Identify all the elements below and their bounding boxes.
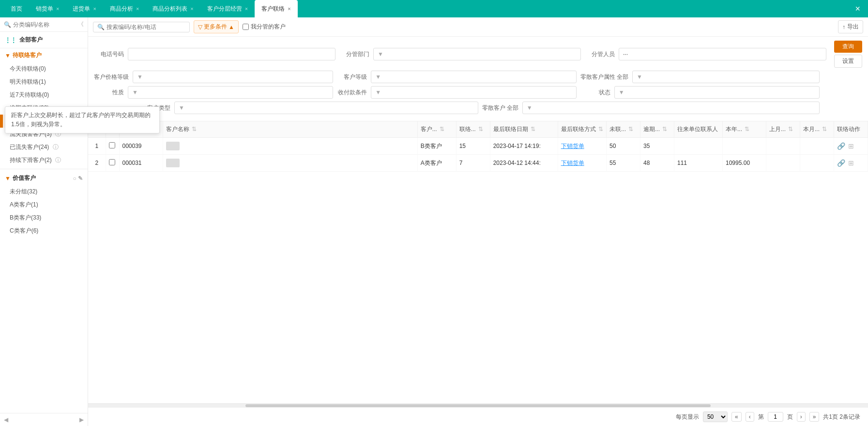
- td-check-2[interactable]: [106, 155, 119, 172]
- nav-tab-analysis-list[interactable]: 商品分析列表 ×: [146, 0, 200, 17]
- avatar-2: [166, 159, 180, 167]
- td-check-1[interactable]: [106, 138, 119, 155]
- retail-select[interactable]: ▼: [522, 102, 820, 114]
- price-level-arrow: ▼: [137, 73, 143, 80]
- th-uncontacted[interactable]: 未联... ⇅: [607, 121, 640, 138]
- payment-select[interactable]: ▼: [371, 86, 576, 99]
- gender-select[interactable]: ▼: [128, 86, 333, 99]
- sidebar-collapse-button[interactable]: 《: [78, 20, 84, 29]
- value-group-arrow: ▼: [5, 175, 11, 182]
- close-icon-purchase[interactable]: ×: [93, 6, 96, 12]
- th-last-contact-method[interactable]: 最后联络方式 ⇅: [558, 121, 606, 138]
- close-icon-sales[interactable]: ×: [56, 6, 59, 12]
- method-link-2[interactable]: 下销货单: [561, 160, 584, 166]
- action-grid-icon-2[interactable]: ⊞: [848, 159, 854, 167]
- sidebar-search-input[interactable]: [13, 21, 78, 28]
- export-icon: ↑: [842, 24, 845, 30]
- all-customers-label: 全部客户: [19, 36, 43, 44]
- sidebar-item-churned[interactable]: 已流失客户(24) ⓘ: [0, 141, 88, 154]
- sidebar-item-tomorrow[interactable]: 明天待联络(1): [0, 75, 88, 88]
- horizontal-scrollbar[interactable]: [88, 403, 868, 407]
- edit-icons[interactable]: ○ ✎: [73, 175, 83, 182]
- phone-input[interactable]: [128, 48, 335, 60]
- th-action: 联络动作: [834, 121, 868, 138]
- method-link-1[interactable]: 下销货单: [561, 143, 584, 149]
- sort-icon-year: ⇅: [745, 126, 749, 132]
- row-checkbox-1[interactable]: [109, 142, 115, 148]
- nav-tab-sales[interactable]: 销货单 ×: [29, 0, 66, 17]
- info-icon-4: ⓘ: [55, 157, 61, 163]
- sidebar-item-ungrouped[interactable]: 未分组(32): [0, 185, 88, 198]
- sidebar-search-area: 🔍 《: [0, 17, 88, 32]
- prev-page-button[interactable]: ‹: [746, 412, 754, 422]
- th-last-month[interactable]: 上月... ⇅: [766, 121, 800, 138]
- next-page-button[interactable]: ›: [797, 412, 806, 422]
- search-icon: 🔍: [4, 21, 11, 28]
- retail-attr-select[interactable]: ▼: [632, 71, 820, 83]
- close-icon-analysis[interactable]: ×: [136, 6, 139, 12]
- manager-input[interactable]: ···: [619, 48, 826, 60]
- nav-tab-customer-tier[interactable]: 客户分层经营 ×: [200, 0, 255, 17]
- action-link-icon-2[interactable]: 🔗: [837, 159, 845, 167]
- th-this-month[interactable]: 本月... ⇅: [800, 121, 834, 138]
- th-contact-person[interactable]: 往来单位联系人: [674, 121, 723, 138]
- td-action-1: 🔗 ⊞: [834, 138, 868, 155]
- scroll-thumb[interactable]: [245, 404, 711, 407]
- status-select[interactable]: ▼: [614, 86, 820, 99]
- close-icon-customer-tier[interactable]: ×: [245, 6, 248, 12]
- page-number-input[interactable]: [768, 412, 783, 422]
- main-layout: 🔍 《 ⋮⋮ 全部客户 ▼ 待联络客户 今天待联络(0) 明天待联络(1) 近7…: [0, 17, 868, 426]
- first-page-button[interactable]: «: [731, 412, 742, 422]
- sidebar-item-b-class[interactable]: B类客户(33): [0, 211, 88, 224]
- th-last-contact-date[interactable]: 最后联络日期 ⇅: [490, 121, 558, 138]
- group-pending-label: 待联络客户: [13, 51, 42, 59]
- settings-button[interactable]: 设置: [834, 55, 862, 68]
- sidebar-bottom: ◀ ▶: [0, 413, 88, 426]
- search-box: 🔍: [93, 22, 190, 32]
- td-name-2: [163, 155, 417, 172]
- sidebar-item-today[interactable]: 今天待联络(0): [0, 62, 88, 75]
- sidebar-group-pending[interactable]: ▼ 待联络客户: [0, 48, 88, 62]
- nav-tab-customer-contact-label: 客户联络: [261, 5, 285, 13]
- price-level-select[interactable]: ▼: [133, 71, 333, 83]
- row-checkbox-2[interactable]: [109, 159, 115, 165]
- nav-tab-purchase[interactable]: 进货单 ×: [66, 0, 103, 17]
- last-page-button[interactable]: »: [809, 412, 820, 422]
- nav-tab-home[interactable]: 首页: [4, 0, 29, 17]
- page-size-select[interactable]: 50 100 200: [703, 411, 728, 422]
- nav-tab-customer-contact[interactable]: 客户联络 ×: [255, 0, 297, 17]
- dept-select[interactable]: ▼: [373, 48, 581, 60]
- customer-level-select[interactable]: ▼: [371, 71, 576, 83]
- sidebar-item-a-class[interactable]: A类客户(1): [0, 198, 88, 211]
- sort-icon-last-month: ⇅: [788, 126, 793, 132]
- my-customers-checkbox[interactable]: 我分管的客户: [243, 23, 286, 31]
- customer-type-select[interactable]: ▼: [174, 102, 478, 114]
- sidebar-item-7days[interactable]: 近7天待联络(0): [0, 88, 88, 102]
- more-filter-button[interactable]: ▽ 更多条件 ▲: [194, 20, 239, 33]
- th-contact[interactable]: 联络... ⇅: [456, 121, 490, 138]
- gender-arrow: ▼: [132, 89, 138, 96]
- query-button[interactable]: 查询: [834, 41, 862, 53]
- sidebar-value-group[interactable]: ▼ 价值客户 ○ ✎: [0, 171, 88, 185]
- close-icon-customer-contact[interactable]: ×: [288, 6, 290, 12]
- export-button[interactable]: ↑ 导出: [838, 20, 863, 33]
- sidebar-right-arrow[interactable]: ▶: [79, 416, 84, 423]
- search-box-icon: 🔍: [97, 24, 105, 30]
- sidebar-item-declining[interactable]: 持续下滑客户(2) ⓘ: [0, 154, 88, 167]
- close-all-button[interactable]: ×: [855, 4, 860, 14]
- td-method-2[interactable]: 下销货单: [558, 155, 606, 172]
- action-grid-icon-1[interactable]: ⊞: [848, 142, 854, 150]
- sidebar-item-c-class[interactable]: C类客户(6): [0, 224, 88, 237]
- th-name[interactable]: 客户名称 ⇅: [163, 121, 417, 138]
- sidebar-all-customers[interactable]: ⋮⋮ 全部客户: [0, 32, 88, 48]
- main-search-input[interactable]: [107, 24, 184, 30]
- my-customers-check[interactable]: [243, 24, 249, 30]
- th-level[interactable]: 客户... ⇅: [417, 121, 456, 138]
- th-this-year[interactable]: 本年... ⇅: [723, 121, 766, 138]
- nav-tab-analysis[interactable]: 商品分析 ×: [103, 0, 146, 17]
- sidebar-left-arrow[interactable]: ◀: [4, 416, 8, 423]
- action-link-icon-1[interactable]: 🔗: [837, 142, 845, 150]
- close-icon-analysis-list[interactable]: ×: [190, 6, 193, 12]
- td-method-1[interactable]: 下销货单: [558, 138, 606, 155]
- th-overdue[interactable]: 逾期... ⇅: [640, 121, 674, 138]
